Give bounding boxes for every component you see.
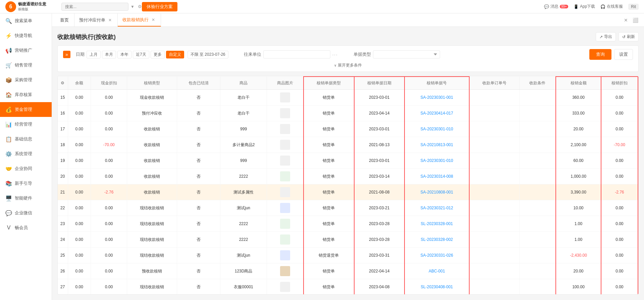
sales-icon: 🛒 xyxy=(5,62,12,69)
date-btn-this-year[interactable]: 本年 xyxy=(117,51,131,58)
query-btn[interactable]: 查询 xyxy=(589,49,611,60)
cancel-bill-link[interactable]: SA-20230301-001 xyxy=(421,95,453,100)
row-receipt-condition xyxy=(519,263,556,279)
row-id: 20 xyxy=(58,169,68,184)
date-btn-last-month[interactable]: 上月 xyxy=(87,51,101,58)
sidebar-item-basic-info[interactable]: 📋 基础信息 xyxy=(0,132,52,146)
setting-btn[interactable]: 设置 xyxy=(614,49,633,60)
row-cash-discount: -70.00 xyxy=(91,137,127,153)
cancel-bill-link[interactable]: SA-20230414-017 xyxy=(421,111,453,116)
filter-row-1: » 日期 上月 本月 本年 近7天 更多 自定义 不限 至 xyxy=(63,49,633,60)
sidebar-item-vip[interactable]: V 畅会员 xyxy=(0,220,52,235)
sidebar-item-system[interactable]: ⚙️ 系统管理 xyxy=(0,146,52,161)
row-goods: 测试jun xyxy=(220,200,267,216)
message-label: 消息 xyxy=(550,4,558,9)
row-balance: 0.00 xyxy=(68,137,91,153)
sidebar-item-sales[interactable]: 🛒 销售管理 xyxy=(0,58,52,73)
dropdown-icon[interactable]: ▼ xyxy=(130,4,135,9)
row-cancel-bill-type: 销货单 xyxy=(304,121,354,137)
support-btn[interactable]: 🎧 在线客服 xyxy=(600,4,623,9)
tab-prepay[interactable]: 预付冲应付单 ✕ xyxy=(74,13,118,27)
expand-more-btn[interactable]: ∨ 展开更多条件 xyxy=(334,62,362,68)
headset-icon: 🎧 xyxy=(600,4,605,9)
sidebar-item-guide[interactable]: 📚 新手引导 xyxy=(0,176,52,191)
sidebar-item-marketing[interactable]: 📢 营销推广 xyxy=(0,43,52,58)
receipt-type-select[interactable] xyxy=(373,50,440,58)
cancel-bill-link[interactable]: SA-20230314-008 xyxy=(421,174,453,179)
row-cancel-bill-no[interactable]: ABC-001 xyxy=(405,263,469,279)
cancel-bill-link[interactable]: SA-20230321-012 xyxy=(421,206,453,210)
row-cancel-bill-no[interactable]: SL-20230408-001 xyxy=(405,279,469,295)
row-goods-img xyxy=(267,153,304,169)
sidebar-item-inventory[interactable]: 🏠 库存核算 xyxy=(0,87,52,102)
goods-img xyxy=(280,250,290,260)
table-wrapper[interactable]: ⚙ 余额 现金折扣 核销类型 包含已结清 商品 商品图片 核销单据类型 核销单据… xyxy=(58,76,638,294)
tab-prepay-close[interactable]: ✕ xyxy=(107,17,113,23)
row-cancel-bill-no[interactable]: SA-20230301-010 xyxy=(405,121,469,137)
settings-icon[interactable]: ⚙ xyxy=(138,4,142,9)
row-cancel-bill-no[interactable]: SA-20230301-001 xyxy=(405,90,469,105)
row-cancel-bill-date: 2023-03-31 xyxy=(354,248,405,263)
date-btn-this-month[interactable]: 本月 xyxy=(102,51,116,58)
sidebar-item-enterprise[interactable]: 🤝 企业协同 xyxy=(0,161,52,176)
row-include-settled: 否 xyxy=(177,137,220,153)
message-btn[interactable]: 💬 消息 99+ xyxy=(544,4,568,9)
close-window-btn[interactable]: ✕ xyxy=(623,17,629,24)
app-icon: 📱 xyxy=(574,4,579,9)
cancel-bill-link[interactable]: SL-20230408-001 xyxy=(421,285,453,289)
row-cancel-bill-no[interactable]: SA-20230331-026 xyxy=(405,248,469,263)
export-btn[interactable]: ↗ 导出 xyxy=(596,32,616,41)
goods-img xyxy=(280,124,290,134)
user-info[interactable]: Rit xyxy=(628,4,639,10)
sidebar-item-hardware[interactable]: 🖥️ 智能硬件 xyxy=(0,191,52,206)
row-id: 26 xyxy=(58,263,68,279)
row-cash-discount: 0.00 xyxy=(91,169,127,184)
row-cash-discount: 0.00 xyxy=(91,121,127,137)
sidebar-item-purchase[interactable]: 📦 采购管理 xyxy=(0,73,52,87)
refresh-btn[interactable]: ↺ 刷新 xyxy=(619,32,639,41)
cancel-bill-link[interactable]: SA-20210808-001 xyxy=(421,190,453,195)
maximize-btn[interactable]: ⬜ xyxy=(632,17,639,24)
enterprise-icon: 🤝 xyxy=(5,165,12,172)
app-download-btn[interactable]: 📱 App下载 xyxy=(574,4,595,9)
row-cancel-amount: 20.00 xyxy=(556,263,601,279)
date-range[interactable]: 不限 至 2023-07-26 xyxy=(187,51,228,58)
tab-home[interactable]: 首页 xyxy=(55,13,74,27)
row-cash-discount: 0.00 xyxy=(91,105,127,121)
row-cancel-bill-no[interactable]: SA-20230314-008 xyxy=(405,169,469,184)
date-btn-custom[interactable]: 自定义 xyxy=(166,51,184,58)
row-cancel-bill-no[interactable]: SA-20230301-010 xyxy=(405,153,469,169)
sidebar-item-wechat[interactable]: 💬 企业微信 xyxy=(0,206,52,220)
date-btn-7days[interactable]: 近7天 xyxy=(133,51,149,58)
cancel-bill-link[interactable]: SL-20230328-001 xyxy=(421,221,453,226)
sidebar-item-finance[interactable]: 💰 资金管理 xyxy=(0,102,52,117)
cancel-bill-link[interactable]: SA-20230301-010 xyxy=(421,158,453,163)
cancel-bill-link[interactable]: SL-20230328-002 xyxy=(421,237,453,242)
row-cancel-bill-no[interactable]: SA-20210813-001 xyxy=(405,137,469,153)
col-cancel-bill-type: 核销单据类型 xyxy=(304,77,354,90)
search-input[interactable] xyxy=(61,3,128,11)
sidebar-item-quick-nav[interactable]: ⚡ 快捷导航 xyxy=(0,28,52,43)
cancel-bill-link[interactable]: SA-20210813-001 xyxy=(421,142,453,147)
cancel-bill-link[interactable]: ABC-001 xyxy=(429,269,445,273)
row-cancel-bill-no[interactable]: SA-20230321-012 xyxy=(405,200,469,216)
counterparty-input[interactable] xyxy=(263,50,330,58)
goods-img xyxy=(280,187,290,197)
sidebar-item-search[interactable]: 🔍 搜索菜单 xyxy=(0,13,52,28)
cancel-bill-link[interactable]: SA-20230301-010 xyxy=(421,127,453,131)
filter-receipt-type: 单据类型 xyxy=(354,50,440,58)
row-cancel-bill-no[interactable]: SA-20210808-001 xyxy=(405,184,469,200)
filter-counterparty: 往来单位 ··· xyxy=(244,50,338,58)
row-cancel-bill-no[interactable]: SA-20230414-017 xyxy=(405,105,469,121)
tab-cancel[interactable]: 收款核销执行 ✕ xyxy=(118,13,161,27)
sidebar-item-operations[interactable]: 📊 经营管理 xyxy=(0,117,52,132)
row-cancel-bill-no[interactable]: SL-20230328-002 xyxy=(405,232,469,248)
row-cancel-bill-no[interactable]: SL-20230328-001 xyxy=(405,216,469,232)
row-cancel-bill-type: 销货单 xyxy=(304,105,354,121)
cancel-bill-link[interactable]: SA-20230331-026 xyxy=(421,253,453,258)
row-cancel-amount: 1.00 xyxy=(556,216,601,232)
filter-toggle-btn[interactable]: » xyxy=(63,51,70,58)
industry-btn[interactable]: 休验行业方案 xyxy=(142,2,177,11)
tab-cancel-close[interactable]: ✕ xyxy=(151,17,156,23)
date-btn-more[interactable]: 更多 xyxy=(151,51,165,58)
